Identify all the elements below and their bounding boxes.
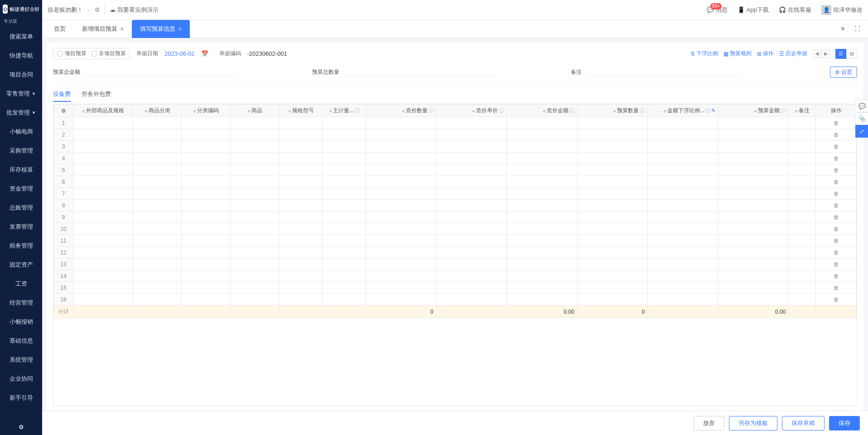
table-cell[interactable]	[789, 176, 816, 188]
table-cell[interactable]	[182, 211, 231, 223]
sub-tab[interactable]: 劳务外包费	[82, 87, 111, 102]
table-cell[interactable]	[436, 223, 507, 235]
table-cell[interactable]	[279, 117, 323, 129]
table-row[interactable]: 10🗑	[54, 223, 857, 235]
table-cell[interactable]	[789, 211, 816, 223]
table-cell[interactable]	[507, 153, 578, 164]
table-cell[interactable]	[507, 282, 578, 294]
sidebar-item[interactable]: 采购管理	[0, 141, 42, 160]
table-cell[interactable]	[577, 188, 648, 200]
table-cell[interactable]	[789, 153, 816, 164]
table-cell[interactable]	[577, 247, 648, 258]
table-cell[interactable]	[366, 270, 437, 282]
table-row[interactable]: 1🗑	[54, 117, 857, 129]
operate-link[interactable]: ⊞操作	[757, 50, 774, 57]
tab[interactable]: 首页	[46, 20, 74, 38]
op-cell[interactable]: 🗑	[816, 223, 857, 235]
table-cell[interactable]	[133, 188, 182, 200]
table-cell[interactable]	[718, 270, 789, 282]
op-cell[interactable]: 🗑	[816, 247, 857, 258]
table-cell[interactable]	[718, 247, 789, 258]
table-cell[interactable]	[718, 211, 789, 223]
table-cell[interactable]	[789, 200, 816, 211]
table-cell[interactable]	[182, 141, 231, 153]
total-qty-input[interactable]	[344, 67, 498, 77]
table-cell[interactable]	[718, 129, 789, 141]
table-cell[interactable]	[279, 164, 323, 176]
table-cell[interactable]	[133, 141, 182, 153]
table-cell[interactable]	[436, 270, 507, 282]
table-cell[interactable]	[133, 258, 182, 270]
tenant-select[interactable]: 徐老板勿删！ ⌄	[48, 6, 90, 14]
close-all-tabs-button[interactable]: ✕	[837, 24, 848, 34]
sidebar-item[interactable]: 小畅报销	[0, 312, 42, 331]
column-header[interactable]: ◆外部商品及规格	[73, 105, 133, 117]
table-cell[interactable]	[648, 153, 719, 164]
table-cell[interactable]	[718, 176, 789, 188]
table-cell[interactable]	[577, 282, 648, 294]
table-cell[interactable]	[133, 294, 182, 306]
table-row[interactable]: 14🗑	[54, 270, 857, 282]
table-cell[interactable]	[73, 270, 133, 282]
table-cell[interactable]	[323, 141, 366, 153]
table-cell[interactable]	[366, 141, 437, 153]
delete-icon[interactable]: 🗑	[834, 226, 839, 232]
sidebar-item[interactable]: 企业协同	[0, 369, 42, 388]
table-cell[interactable]	[648, 188, 719, 200]
table-cell[interactable]	[366, 223, 437, 235]
table-cell[interactable]	[648, 141, 719, 153]
table-cell[interactable]	[436, 153, 507, 164]
rail-expand-button[interactable]: ⤢	[855, 125, 868, 138]
table-cell[interactable]	[789, 247, 816, 258]
fullscreen-button[interactable]: ⛶	[852, 24, 863, 34]
column-header[interactable]: ◆造价数量ⓘ	[366, 105, 437, 117]
column-header[interactable]: 操作	[816, 105, 857, 117]
prev-doc-arrow[interactable]: ◀	[813, 50, 821, 58]
sidebar-item[interactable]: 系统管理	[0, 350, 42, 369]
table-cell[interactable]	[577, 235, 648, 247]
delete-icon[interactable]: 🗑	[834, 285, 839, 291]
date-value[interactable]: 2023-06-02	[164, 50, 195, 57]
table-cell[interactable]	[231, 211, 280, 223]
table-cell[interactable]	[718, 164, 789, 176]
table-cell[interactable]	[323, 223, 366, 235]
column-header[interactable]: ◆备注	[789, 105, 816, 117]
op-cell[interactable]: 🗑	[816, 141, 857, 153]
table-cell[interactable]	[231, 153, 280, 164]
sidebar-item[interactable]: 工资	[0, 274, 42, 293]
table-row[interactable]: 8🗑	[54, 200, 857, 211]
table-cell[interactable]	[182, 129, 231, 141]
table-cell[interactable]	[366, 258, 437, 270]
table-cell[interactable]	[231, 117, 280, 129]
table-row[interactable]: 13🗑	[54, 258, 857, 270]
table-cell[interactable]	[507, 129, 578, 141]
settings-button[interactable]: ⚙ 设置	[830, 67, 857, 78]
table-cell[interactable]	[231, 200, 280, 211]
table-cell[interactable]	[231, 258, 280, 270]
table-cell[interactable]	[182, 200, 231, 211]
sidebar-item[interactable]: 经营管理	[0, 293, 42, 312]
sidebar-item[interactable]: 税务管理	[0, 236, 42, 255]
table-cell[interactable]	[279, 282, 323, 294]
gear-icon[interactable]: ⚙	[19, 424, 24, 430]
delete-icon[interactable]: 🗑	[834, 296, 839, 303]
table-cell[interactable]	[789, 270, 816, 282]
table-cell[interactable]	[73, 282, 133, 294]
delete-icon[interactable]: 🗑	[834, 273, 839, 279]
delete-icon[interactable]: 🗑	[834, 155, 839, 162]
remark-input[interactable]	[586, 67, 740, 77]
next-doc-arrow[interactable]: ▶	[822, 50, 830, 58]
table-cell[interactable]	[323, 270, 366, 282]
table-cell[interactable]	[436, 235, 507, 247]
table-cell[interactable]	[323, 247, 366, 258]
table-cell[interactable]	[182, 247, 231, 258]
table-row[interactable]: 9🗑	[54, 211, 857, 223]
table-cell[interactable]	[507, 176, 578, 188]
save-button[interactable]: 保存	[829, 416, 860, 430]
table-cell[interactable]	[133, 153, 182, 164]
table-cell[interactable]	[366, 117, 437, 129]
table-cell[interactable]	[436, 294, 507, 306]
online-service-button[interactable]: 🎧 在线客服	[779, 6, 811, 14]
column-header[interactable]: ◆商品分类	[133, 105, 182, 117]
table-cell[interactable]	[323, 282, 366, 294]
